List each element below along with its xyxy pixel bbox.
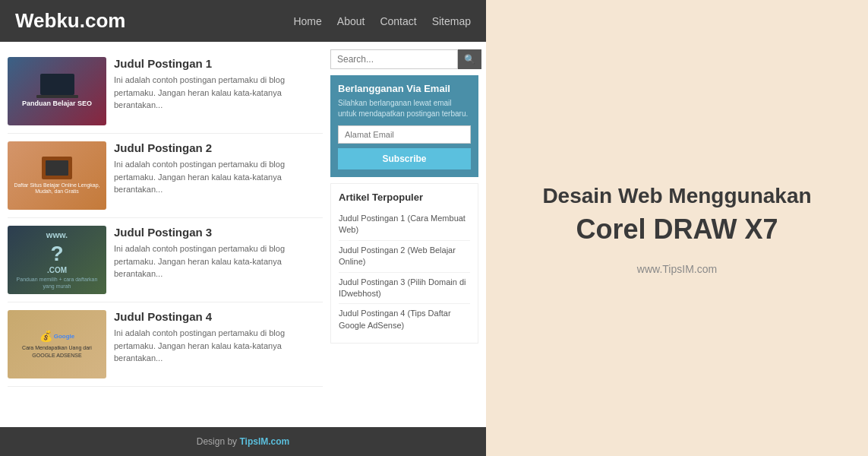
popular-item[interactable]: Judul Postingan 3 (Pilih Domain di IDweb… [339,273,470,305]
blog-icon [42,157,72,179]
post-item: 💰 Google Cara Mendapatkan Uang dari GOOG… [8,302,323,387]
search-button[interactable]: 🔍 [458,49,481,69]
post-thumbnail-3[interactable]: www. ? .COM Panduan memilih + cara dafta… [8,226,106,294]
posts-list: Panduan Belajar SEO Judul Postingan 1 In… [8,49,323,420]
post-excerpt-4: Ini adalah contoh postingan pertamaku di… [114,327,323,365]
site-logo[interactable]: Webku.com [15,9,125,33]
post-info-4: Judul Postingan 4 Ini adalah contoh post… [114,310,323,378]
post-title-2[interactable]: Judul Postingan 2 [114,141,323,154]
promo-url[interactable]: www.TipsIM.com [637,263,717,275]
nav-home[interactable]: Home [293,15,321,27]
post-title-3[interactable]: Judul Postingan 3 [114,226,323,239]
post-title-4[interactable]: Judul Postingan 4 [114,310,323,323]
post-excerpt-2: Ini adalah contoh postingan pertamaku di… [114,158,323,196]
nav-about[interactable]: About [337,15,365,27]
blog-header: Webku.com Home About Contact Sitemap [0,0,486,42]
google-text: Google [54,333,75,340]
main-nav: Home About Contact Sitemap [293,15,471,27]
popular-item[interactable]: Judul Postingan 4 (Tips Daftar Google Ad… [339,304,470,335]
www-text: www. [46,230,68,239]
post-info-3: Judul Postingan 3 Ini adalah contoh post… [114,226,323,294]
post-title-1[interactable]: Judul Postingan 1 [114,57,323,70]
nav-contact[interactable]: Contact [380,15,416,27]
laptop-icon [40,74,74,95]
email-input[interactable] [338,125,471,144]
thumb-label-4: Cara Mendapatkan Uang dari GOOGLE ADSENS… [11,344,103,358]
post-item: www. ? .COM Panduan memilih + cara dafta… [8,218,323,302]
subscribe-widget: Berlangganan Via Email Silahkan berlanga… [330,75,478,177]
promo-line2: Corel DRAW X7 [542,211,811,249]
blog-content: Panduan Belajar SEO Judul Postingan 1 In… [0,42,486,427]
post-thumbnail-4[interactable]: 💰 Google Cara Mendapatkan Uang dari GOOG… [8,310,106,378]
promo-line1: Desain Web Menggunakan [542,181,811,211]
adsense-logo-icon: 💰 [39,330,52,342]
subscribe-title: Berlangganan Via Email [338,83,471,94]
promo-section: Desain Web Menggunakan Corel DRAW X7 www… [486,0,868,456]
post-item: Panduan Belajar SEO Judul Postingan 1 In… [8,49,323,134]
footer-highlight[interactable]: TipsIM.com [239,436,289,447]
nav-sitemap[interactable]: Sitemap [432,15,471,27]
post-info-2: Judul Postingan 2 Ini adalah contoh post… [114,141,323,210]
thumb-label-1: Panduan Belajar SEO [22,100,92,109]
blog-section: Webku.com Home About Contact Sitemap Pan… [0,0,486,456]
promo-heading: Desain Web Menggunakan Corel DRAW X7 [542,181,811,249]
post-thumbnail-1[interactable]: Panduan Belajar SEO [8,57,106,125]
post-info-1: Judul Postingan 1 Ini adalah contoh post… [114,57,323,125]
popular-title: Artikel Terpopuler [339,192,470,203]
search-box: 🔍 [330,49,478,69]
post-excerpt-1: Ini adalah contoh postingan pertamaku di… [114,74,323,112]
popular-item[interactable]: Judul Postingan 1 (Cara Membuat Web) [339,209,470,241]
subscribe-description: Silahkan berlanganan lewat email untuk m… [338,98,471,119]
blog-footer: Design by TipsIM.com [0,427,486,456]
post-item: Daftar Situs Belajar Online Lengkap, Mud… [8,134,323,218]
post-thumbnail-2[interactable]: Daftar Situs Belajar Online Lengkap, Mud… [8,141,106,210]
domain-subtext: Panduan memilih + cara daftarkan yang mu… [11,277,103,290]
subscribe-button[interactable]: Subscribe [338,148,471,169]
search-input[interactable] [330,49,458,69]
post-excerpt-3: Ini adalah contoh postingan pertamaku di… [114,242,323,280]
thumb-label-2: Daftar Situs Belajar Online Lengkap, Mud… [11,182,103,195]
com-text: .COM [47,266,67,274]
popular-item[interactable]: Judul Postingan 2 (Web Belajar Online) [339,241,470,273]
popular-widget: Artikel Terpopuler Judul Postingan 1 (Ca… [330,183,478,344]
footer-text: Design by [197,436,240,447]
sidebar: 🔍 Berlangganan Via Email Silahkan berlan… [330,49,478,420]
question-mark-icon: ? [50,242,63,266]
